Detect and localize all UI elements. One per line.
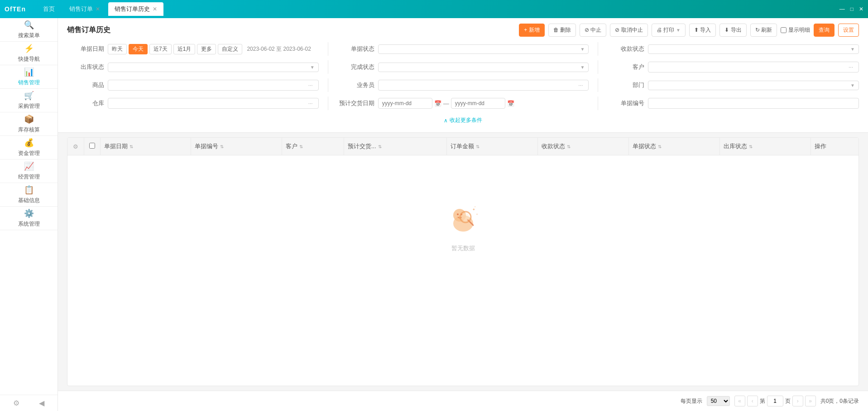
next-page-btn[interactable]: › xyxy=(792,396,803,406)
warehouse-select[interactable]: ··· xyxy=(108,98,319,109)
sidebar-item-inventory[interactable]: 📦 库存核算 xyxy=(0,112,58,136)
filter-date: 单据日期 昨天 今天 近7天 近1月 更多 自定义 2023 xyxy=(67,44,319,54)
tab-home[interactable]: 首页 xyxy=(37,2,61,16)
page-number-input[interactable] xyxy=(767,396,783,406)
order-status-select[interactable]: ▼ xyxy=(378,44,589,54)
sidebar-item-finance-label: 资金管理 xyxy=(18,150,40,157)
order-number-input[interactable] xyxy=(648,98,859,109)
th-settings: ⚙ xyxy=(67,138,84,155)
th-amount-sort-icon[interactable]: ⇅ xyxy=(476,144,480,149)
settings-button[interactable]: 设置 xyxy=(838,24,859,37)
divider-3 xyxy=(328,60,328,74)
sidebar-item-operation[interactable]: 📈 经营管理 xyxy=(0,160,58,183)
divider-8 xyxy=(598,97,598,110)
order-status-arrow: ▼ xyxy=(580,47,585,52)
collapse-bar[interactable]: ∧ 收起更多条件 xyxy=(67,115,859,128)
delivery-date-dash: — xyxy=(443,100,449,107)
filter-row-1: 单据日期 昨天 今天 近7天 近1月 更多 自定义 2023 xyxy=(67,42,859,56)
th-order-status-sort-icon[interactable]: ⇅ xyxy=(658,144,662,149)
last-page-btn[interactable]: » xyxy=(805,396,816,406)
order-number-wrap xyxy=(648,98,859,109)
filter-goods: 商品 ··· xyxy=(67,80,319,91)
sidebar-item-purchase[interactable]: 🛒 采购管理 xyxy=(0,89,58,112)
th-order-status-label: 单据状态 xyxy=(633,142,656,150)
display-detail-check[interactable]: 显示明细 xyxy=(781,26,810,34)
delivery-date-end-cal-icon[interactable]: 📅 xyxy=(507,100,514,107)
sidebar-settings-icon[interactable]: ⚙ xyxy=(13,399,19,407)
th-customer-sort-icon[interactable]: ⇅ xyxy=(299,144,303,149)
select-all-checkbox[interactable] xyxy=(89,143,95,149)
export-button[interactable]: ⬇ 导出 xyxy=(719,24,746,37)
prev-page-btn[interactable]: ‹ xyxy=(747,396,758,406)
cancel-stop-button[interactable]: ⊘ 取消中止 xyxy=(610,24,647,37)
maximize-icon[interactable]: □ xyxy=(850,6,854,12)
toolbar: + 新增 🗑 删除 ⊘ 中止 ⊘ 取消中止 🖨 打印 ▼ ⬆ 导入 ⬇ 导出 ↻… xyxy=(519,24,859,37)
date-custom-btn[interactable]: 自定义 xyxy=(218,44,242,54)
per-page-select[interactable]: 10 20 50 100 xyxy=(707,396,730,406)
complete-status-select[interactable]: ▼ xyxy=(378,63,589,72)
warehouse-dots[interactable]: ··· xyxy=(307,100,315,106)
salesperson-dots[interactable]: ··· xyxy=(576,82,585,88)
sidebar-item-base-info-label: 基础信息 xyxy=(18,197,40,204)
stop-button[interactable]: ⊘ 中止 xyxy=(580,24,606,37)
new-button[interactable]: + 新增 xyxy=(519,24,544,37)
tab-sales-order-close[interactable]: ✕ xyxy=(96,6,100,12)
delivery-date-start-cal-icon[interactable]: 📅 xyxy=(434,100,441,107)
display-detail-checkbox[interactable] xyxy=(781,27,786,33)
sidebar-collapse-icon[interactable]: ◀ xyxy=(39,399,44,407)
payment-status-label: 收款状态 xyxy=(607,45,648,53)
tab-sales-history-close[interactable]: ✕ xyxy=(153,6,157,12)
customer-dots[interactable]: ··· xyxy=(847,64,855,70)
th-warehouse-status: 出库状态 ⇅ xyxy=(720,138,811,155)
delete-button[interactable]: 🗑 删除 xyxy=(548,24,576,37)
th-delivery-sort-icon[interactable]: ⇅ xyxy=(378,144,382,149)
payment-status-select[interactable]: ▼ xyxy=(648,44,859,54)
sidebar-item-base-info[interactable]: 📋 基础信息 xyxy=(0,183,58,207)
sidebar-item-system[interactable]: ⚙️ 系统管理 xyxy=(0,207,58,230)
tab-sales-order[interactable]: 销售订单 ✕ xyxy=(63,2,106,16)
import-button[interactable]: ⬆ 导入 xyxy=(689,24,716,37)
department-select[interactable]: ▼ xyxy=(648,81,859,90)
date-more-btn[interactable]: 更多 xyxy=(197,44,216,54)
delivery-date-end-input[interactable] xyxy=(451,98,505,109)
goods-dots[interactable]: ··· xyxy=(307,82,315,88)
first-page-btn[interactable]: « xyxy=(734,396,745,406)
date-range-start: 2023-06-02 xyxy=(247,46,274,52)
base-info-icon: 📋 xyxy=(24,185,34,195)
sidebar-item-sales[interactable]: 📊 销售管理 xyxy=(0,65,58,89)
th-date-sort-icon[interactable]: ⇅ xyxy=(129,144,133,149)
th-number-sort-icon[interactable]: ⇅ xyxy=(220,144,224,149)
customer-select[interactable]: ··· xyxy=(648,62,859,73)
finance-icon: 💰 xyxy=(24,138,34,148)
tab-sales-history[interactable]: 销售订单历史 ✕ xyxy=(108,2,163,16)
svg-point-6 xyxy=(461,213,470,221)
tab-sales-order-label: 销售订单 xyxy=(69,5,93,13)
th-date-label: 单据日期 xyxy=(104,142,128,150)
sidebar-item-system-label: 系统管理 xyxy=(18,220,40,228)
date-yesterday-btn[interactable]: 昨天 xyxy=(108,44,127,54)
date-7days-btn[interactable]: 近7天 xyxy=(149,44,172,54)
close-icon[interactable]: ✕ xyxy=(859,6,863,12)
print-button[interactable]: 🖨 打印 ▼ xyxy=(652,24,686,37)
goods-select[interactable]: ··· xyxy=(108,80,319,91)
warehouse-status-select[interactable]: ▼ xyxy=(108,63,319,72)
th-warehouse-status-sort-icon[interactable]: ⇅ xyxy=(749,144,753,149)
th-payment-status-sort-icon[interactable]: ⇅ xyxy=(567,144,571,149)
filter-department: 部门 ▼ xyxy=(607,81,859,90)
minimize-icon[interactable]: — xyxy=(839,6,845,12)
sidebar-item-sales-label: 销售管理 xyxy=(18,79,40,87)
th-order-status: 单据状态 ⇅ xyxy=(629,138,720,155)
salesperson-wrap: ··· xyxy=(378,80,589,91)
sidebar-item-finance[interactable]: 💰 资金管理 xyxy=(0,136,58,160)
refresh-button[interactable]: ↻ 刷新 xyxy=(750,24,777,37)
delivery-date-start-input[interactable] xyxy=(378,98,432,109)
date-today-btn[interactable]: 今天 xyxy=(129,44,148,54)
salesperson-select[interactable]: ··· xyxy=(378,80,589,91)
table-settings-icon[interactable]: ⚙ xyxy=(73,143,78,150)
empty-row: ✦ ✦ ✦ 暂无数据 xyxy=(67,155,858,289)
query-button[interactable]: 查询 xyxy=(814,24,834,37)
sidebar-item-quick-nav[interactable]: ⚡ 快捷导航 xyxy=(0,42,58,65)
warehouse-status-label: 出库状态 xyxy=(67,63,108,71)
date-1month-btn[interactable]: 近1月 xyxy=(173,44,196,54)
sidebar-item-search[interactable]: 🔍 搜索菜单 xyxy=(0,18,58,42)
